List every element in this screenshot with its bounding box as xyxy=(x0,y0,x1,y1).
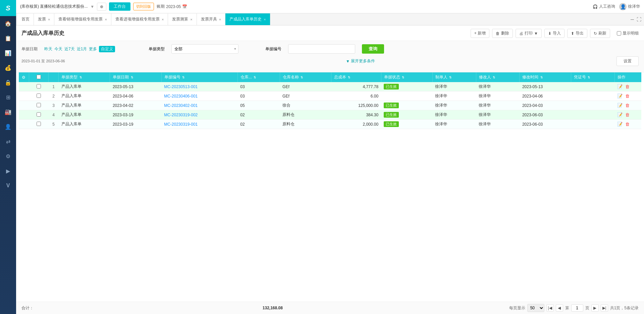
row-delete-icon[interactable]: 🗑 xyxy=(625,122,630,127)
shortcut-today[interactable]: 今天 xyxy=(54,46,62,52)
tab-sales-vat-close[interactable]: × xyxy=(105,17,107,21)
col-number[interactable]: 单据编号 ⇅ xyxy=(161,72,237,82)
tab-home[interactable]: 首页 xyxy=(17,13,34,25)
display-toggle-checkbox[interactable] xyxy=(617,31,621,36)
tab-product-history[interactable]: 产成品入库单历史 × xyxy=(225,13,270,25)
print-button[interactable]: 🖨 打印 ▼ xyxy=(516,29,542,38)
set-button[interactable]: 设置 xyxy=(616,56,639,66)
row-checkbox[interactable] xyxy=(37,84,41,88)
page-first-btn[interactable]: |◀ xyxy=(546,304,554,312)
col-modifier[interactable]: 修改人 ⇅ xyxy=(476,72,520,82)
query-button[interactable]: 查询 xyxy=(362,44,384,54)
shortcut-more[interactable]: 更多 xyxy=(89,46,97,52)
tab-invoice-close[interactable]: × xyxy=(48,17,50,21)
row-edit-icon[interactable]: 📝 xyxy=(617,93,623,99)
number-input[interactable] xyxy=(288,44,355,54)
window-expand-btn[interactable]: ⛶ xyxy=(637,17,641,22)
switch-old-btn[interactable]: 切到旧版 xyxy=(133,3,154,10)
copy-btn[interactable]: ⊕ xyxy=(97,3,106,11)
new-button[interactable]: + 新增 xyxy=(471,29,489,38)
col-date[interactable]: 单据日期 ⇅ xyxy=(110,72,161,82)
page-input[interactable] xyxy=(571,304,583,312)
user-menu[interactable]: 👤 徐泽华 xyxy=(619,3,640,10)
tab-invoice-issue[interactable]: 发票开具 × xyxy=(197,13,225,25)
page-prev-btn[interactable]: ◀ xyxy=(556,304,563,312)
sidebar-item-chart[interactable]: 📊 xyxy=(0,46,16,60)
col-warehouse-code[interactable]: 仓库... ⇅ xyxy=(237,72,280,82)
workbench-button[interactable]: 工作台 xyxy=(109,2,130,11)
sum-value: 132,168.08 xyxy=(36,306,509,310)
tab-product-history-close[interactable]: × xyxy=(264,17,266,21)
row-checkbox[interactable] xyxy=(37,103,41,107)
col-voucher[interactable]: 凭证号 ⇅ xyxy=(571,72,614,82)
page-last-btn[interactable]: ▶| xyxy=(601,304,608,312)
tab-invoice-issue-close[interactable]: × xyxy=(219,17,221,21)
sidebar-item-v[interactable]: V xyxy=(0,178,16,193)
shortcut-yesterday[interactable]: 昨天 xyxy=(44,46,52,52)
sidebar-item-money[interactable]: 💰 xyxy=(0,60,16,75)
tab-purchase-vat-close[interactable]: × xyxy=(162,17,164,21)
doc-number-link[interactable]: MC-20230319-002 xyxy=(164,113,198,117)
refresh-button[interactable]: ↻ 刷新 xyxy=(590,29,610,38)
row-checkbox[interactable] xyxy=(37,122,41,126)
page-next-btn[interactable]: ▶ xyxy=(591,304,599,312)
sidebar-item-settings[interactable]: ⚙ xyxy=(0,149,16,164)
tab-invoice-calc-close[interactable]: × xyxy=(190,17,192,21)
delete-button[interactable]: 🗑 删除 xyxy=(492,29,513,38)
sidebar-item-person[interactable]: 👤 xyxy=(0,119,16,134)
col-status[interactable]: 单据状态 ⇅ xyxy=(381,72,432,82)
row-delete-icon[interactable]: 🗑 xyxy=(625,103,630,108)
calendar-icon[interactable]: 📅 xyxy=(182,4,187,9)
sidebar-item-lock[interactable]: 🔒 xyxy=(0,75,16,90)
tab-invoice[interactable]: 发票 × xyxy=(34,13,54,25)
window-minimize-btn[interactable]: ─ xyxy=(631,17,634,22)
row-checkbox[interactable] xyxy=(37,93,41,98)
row-delete-icon[interactable]: 🗑 xyxy=(625,84,630,89)
col-type[interactable]: 单据类型 ⇅ xyxy=(59,72,110,82)
row-edit-icon[interactable]: 📝 xyxy=(617,103,623,108)
row-checkbox-cell xyxy=(29,110,49,120)
service-button[interactable]: 🎧 人工咨询 xyxy=(593,4,615,9)
tab-sales-vat[interactable]: 查看销项增值税专用发票 × xyxy=(54,13,111,25)
tab-invoice-calc[interactable]: 发票测算 × xyxy=(168,13,197,25)
shortcut-1month[interactable]: 近1月 xyxy=(77,46,87,52)
row-edit-icon[interactable]: 📝 xyxy=(617,122,623,127)
tab-purchase-vat[interactable]: 查看进项增值税专用发票 × xyxy=(111,13,168,25)
sidebar-item-doc[interactable]: 📋 xyxy=(0,31,16,46)
col-warehouse-name[interactable]: 仓库名称 ⇅ xyxy=(280,72,331,82)
row-delete-icon[interactable]: 🗑 xyxy=(625,112,630,117)
column-settings-icon[interactable]: ⚙ xyxy=(22,75,25,80)
row-edit-icon[interactable]: 📝 xyxy=(617,84,623,89)
doc-number-link[interactable]: MC-20230402-001 xyxy=(164,103,198,108)
sort-creator-icon: ⇅ xyxy=(449,76,452,79)
row-modifier-cell: 徐泽华 xyxy=(476,120,520,129)
shortcut-7days[interactable]: 近7天 xyxy=(64,46,75,52)
col-modify-time[interactable]: 修改时间 ⇅ xyxy=(520,72,571,82)
doc-number-link[interactable]: MC-20230406-001 xyxy=(164,94,198,99)
row-wcode-cell: 03 xyxy=(237,82,280,91)
col-settings[interactable]: ⚙ xyxy=(19,72,29,82)
row-edit-icon[interactable]: 📝 xyxy=(617,112,623,117)
type-select[interactable]: 全部 产品入库单 xyxy=(171,44,238,54)
row-checkbox[interactable] xyxy=(37,112,41,117)
import-button[interactable]: ⬇ 导入 xyxy=(544,29,565,38)
col-creator[interactable]: 制单人 ⇅ xyxy=(432,72,476,82)
expand-filter-btn[interactable]: ▼ 展开更多条件 xyxy=(346,58,375,64)
sidebar-item-home[interactable]: 🏠 xyxy=(0,16,16,31)
select-all-checkbox[interactable] xyxy=(37,75,41,79)
row-delete-icon[interactable]: 🗑 xyxy=(625,93,630,99)
display-toggle[interactable]: 显示明细 xyxy=(617,30,639,36)
col-total-cost[interactable]: 总成本 ⇅ xyxy=(331,72,381,82)
shortcut-custom[interactable]: 自定义 xyxy=(99,46,115,52)
page-size-select[interactable]: 50 100 200 xyxy=(527,304,544,312)
doc-number-link[interactable]: MC-20230513-001 xyxy=(164,84,198,89)
doc-number-link[interactable]: MC-20230319-001 xyxy=(164,122,198,127)
sidebar-item-grid[interactable]: ⊞ xyxy=(0,90,16,105)
print-arrow-icon: ▼ xyxy=(534,31,538,36)
sidebar-item-warehouse[interactable]: 🏭 xyxy=(0,105,16,119)
tabs-right-controls: ─ ⛶ xyxy=(631,17,644,22)
sidebar-item-play[interactable]: ▶ xyxy=(0,164,16,178)
row-voucher-cell xyxy=(571,91,614,101)
sidebar-item-exchange[interactable]: ⇄ xyxy=(0,134,16,149)
export-button[interactable]: ⬆ 导出 xyxy=(567,29,587,38)
